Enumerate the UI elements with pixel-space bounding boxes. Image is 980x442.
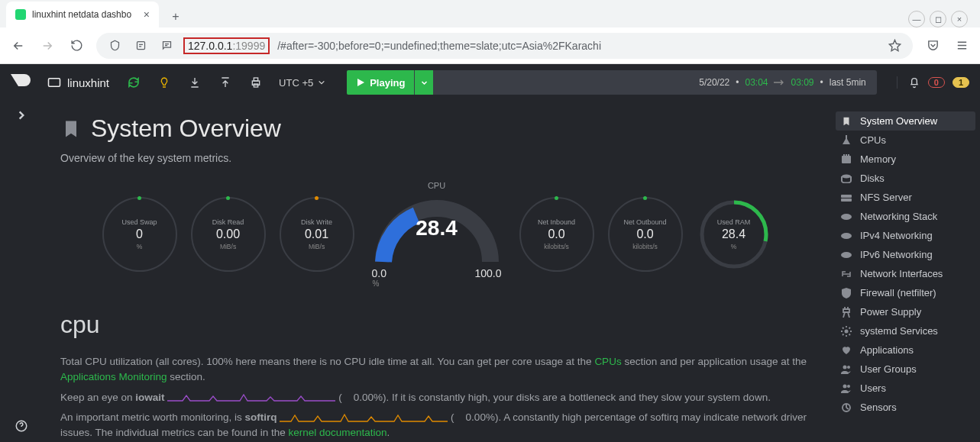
nav-item-ipv6-networking[interactable]: IPv6 Networking bbox=[836, 245, 975, 264]
nav-item-firewall-netfilter-[interactable]: Firewall (netfilter) bbox=[836, 283, 975, 302]
reload-button[interactable] bbox=[67, 37, 86, 55]
url-path: /#after=-300;before=0;=undefined;theme=s… bbox=[277, 40, 601, 52]
cpu-desc-3: An important metric worth monitoring, is… bbox=[60, 410, 813, 441]
nav-icon bbox=[840, 174, 852, 183]
cpus-link[interactable]: CPUs bbox=[594, 356, 621, 367]
svg-rect-9 bbox=[843, 154, 845, 156]
sync-icon[interactable] bbox=[126, 75, 141, 90]
warning-badge[interactable]: 1 bbox=[953, 77, 969, 88]
nav-item-applications[interactable]: Applications bbox=[836, 340, 975, 360]
browser-menu-icon[interactable] bbox=[953, 37, 971, 55]
nav-label: IPv6 Networking bbox=[860, 249, 933, 260]
nav-item-power-supply[interactable]: Power Supply bbox=[836, 302, 975, 321]
svg-rect-3 bbox=[254, 78, 257, 81]
svg-rect-11 bbox=[848, 154, 849, 156]
nav-label: CPUs bbox=[860, 134, 886, 146]
gauge-swap[interactable]: Used Swap 0 % bbox=[102, 197, 177, 272]
new-tab-button[interactable]: + bbox=[165, 6, 186, 27]
nav-item-user-groups[interactable]: User Groups bbox=[836, 360, 975, 379]
gauge-ram[interactable]: Used RAM 28.4 % bbox=[697, 197, 771, 272]
nav-icon bbox=[840, 307, 852, 318]
nav-icon bbox=[840, 326, 852, 337]
date-label: 5/20/22 bbox=[699, 77, 729, 88]
window-close-button[interactable]: × bbox=[951, 11, 968, 27]
timezone-selector[interactable]: UTC +5 bbox=[279, 77, 325, 89]
print-icon[interactable] bbox=[248, 75, 264, 90]
permissions-icon[interactable] bbox=[131, 37, 150, 55]
page-subtitle: Overview of the key system metrics. bbox=[60, 152, 813, 164]
nav-item-networking-stack[interactable]: Networking Stack bbox=[836, 207, 975, 226]
gauge-disk-write[interactable]: Disk Write 0.01 MiB/s bbox=[280, 197, 354, 272]
favicon bbox=[15, 9, 26, 20]
nav-label: Network Interfaces bbox=[860, 268, 943, 279]
nav-item-sensors[interactable]: Sensors bbox=[836, 398, 975, 417]
upload-icon[interactable] bbox=[218, 75, 233, 90]
nav-item-systemd-services[interactable]: systemd Services bbox=[836, 321, 975, 340]
nav-label: Firewall (netfilter) bbox=[860, 287, 936, 298]
nav-label: Sensors bbox=[860, 402, 897, 413]
play-button[interactable]: Playing bbox=[347, 70, 414, 95]
nav-icon bbox=[840, 154, 852, 165]
nav-item-memory[interactable]: Memory bbox=[836, 150, 975, 169]
nav-label: systemd Services bbox=[860, 325, 938, 337]
url-bar[interactable]: 127.0.0.1:19999 /#after=-300;before=0;=u… bbox=[96, 33, 913, 59]
expand-left-rail[interactable] bbox=[16, 110, 27, 121]
nav-label: User Groups bbox=[860, 363, 917, 375]
nav-item-nfs-server[interactable]: NFS Server bbox=[836, 188, 975, 207]
help-icon[interactable] bbox=[15, 419, 28, 433]
nav-label: Users bbox=[860, 382, 886, 394]
host-selector[interactable]: linuxhint bbox=[40, 73, 117, 92]
nav-item-cpus[interactable]: CPUs bbox=[836, 131, 975, 150]
netdata-logo[interactable] bbox=[11, 74, 31, 91]
nav-item-users[interactable]: Users bbox=[836, 379, 975, 398]
timezone-label: UTC +5 bbox=[279, 77, 313, 89]
svg-rect-13 bbox=[841, 195, 852, 198]
nav-item-disks[interactable]: Disks bbox=[836, 169, 975, 188]
nav-item-system-overview[interactable]: System Overview bbox=[836, 111, 975, 131]
pocket-icon[interactable] bbox=[923, 37, 942, 55]
browser-tab[interactable]: linuxhint netdata dashbo × bbox=[6, 2, 159, 27]
chat-icon[interactable] bbox=[157, 37, 176, 55]
forward-button bbox=[38, 37, 57, 55]
section-navigator[interactable]: System OverviewCPUsMemoryDisksNFS Server… bbox=[831, 101, 980, 442]
bell-icon[interactable] bbox=[908, 76, 920, 89]
gauge-net-in[interactable]: Net Inbound 0.0 kilobits/s bbox=[519, 197, 594, 272]
nav-icon bbox=[840, 135, 852, 146]
window-minimize-button[interactable]: — bbox=[908, 11, 925, 27]
bookmark-icon[interactable] bbox=[60, 118, 82, 140]
gauge-disk-read[interactable]: Disk Read 0.00 MiB/s bbox=[191, 197, 266, 272]
nav-icon bbox=[840, 270, 852, 278]
nav-icon bbox=[840, 403, 852, 412]
iowait-sparkline bbox=[167, 392, 335, 402]
apps-link[interactable]: Applications Monitoring bbox=[60, 371, 167, 382]
nav-item-network-interfaces[interactable]: Network Interfaces bbox=[836, 264, 975, 283]
kernel-doc-link[interactable]: kernel documentation bbox=[288, 427, 387, 438]
back-button[interactable] bbox=[9, 37, 27, 55]
svg-rect-1 bbox=[49, 79, 60, 87]
cpu-heading: cpu bbox=[60, 311, 813, 339]
play-label: Playing bbox=[370, 77, 405, 89]
svg-point-15 bbox=[845, 329, 849, 333]
shield-icon[interactable] bbox=[105, 37, 124, 55]
timeline-bar[interactable]: Playing 5/20/22 • 03:04 03:09 • last 5mi… bbox=[347, 70, 877, 95]
play-dropdown[interactable] bbox=[415, 70, 433, 95]
nav-icon bbox=[840, 213, 852, 221]
gauge-cpu[interactable]: CPU 28.4 0.0 100.0 % bbox=[368, 181, 506, 288]
arrow-right-icon bbox=[774, 79, 784, 85]
window-maximize-button[interactable]: ◻ bbox=[930, 11, 946, 27]
nav-label: NFS Server bbox=[860, 192, 912, 203]
tab-title: linuxhint netdata dashbo bbox=[32, 9, 131, 20]
bulb-icon[interactable] bbox=[157, 75, 172, 90]
hostname: linuxhint bbox=[67, 76, 109, 89]
download-icon[interactable] bbox=[187, 75, 202, 90]
nav-label: Power Supply bbox=[860, 306, 921, 318]
nav-label: Memory bbox=[860, 153, 896, 165]
critical-badge[interactable]: 0 bbox=[928, 77, 945, 88]
gauge-net-out[interactable]: Net Outbound 0.0 kilobits/s bbox=[608, 197, 683, 272]
bookmark-star-icon[interactable] bbox=[885, 37, 904, 55]
svg-point-16 bbox=[843, 365, 847, 369]
close-tab-icon[interactable]: × bbox=[144, 8, 150, 21]
softirq-sparkline bbox=[280, 413, 448, 423]
nav-item-ipv4-networking[interactable]: IPv4 Networking bbox=[836, 226, 975, 245]
nav-label: IPv4 Networking bbox=[860, 230, 933, 241]
